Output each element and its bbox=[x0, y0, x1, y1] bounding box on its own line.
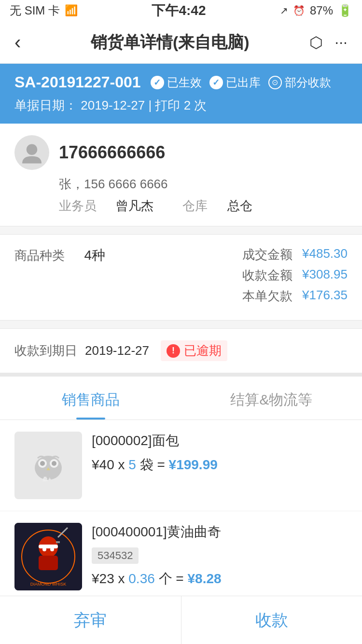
product-info-2: [000400001]黄油曲奇 534532 ¥23 x 0.36 个 = ¥8… bbox=[92, 523, 348, 588]
customer-contact: 张，156 6666 6666 bbox=[59, 176, 348, 193]
eq-2: = bbox=[176, 571, 187, 586]
confirm-button[interactable]: 收款 bbox=[181, 596, 362, 644]
debt-label: 本单欠款 bbox=[242, 288, 292, 305]
product-image-2: DIAMOND WHISK bbox=[14, 523, 82, 590]
debt-line: 本单欠款 ¥176.35 bbox=[242, 288, 348, 305]
warehouse-value: 总仓 bbox=[227, 198, 252, 213]
warehouse-meta: 仓库 总仓 bbox=[182, 197, 252, 214]
svg-point-0 bbox=[27, 144, 38, 155]
received-value: ¥308.95 bbox=[302, 267, 348, 284]
table-row: 鼎 + [0000002]面包 ¥40 x 5 袋 = ¥199.99 bbox=[0, 420, 362, 511]
share-icon[interactable]: ⬡ bbox=[309, 33, 323, 52]
sales-space bbox=[100, 198, 112, 213]
svg-point-5 bbox=[52, 461, 56, 466]
debt-value: ¥176.35 bbox=[302, 288, 348, 305]
svg-text:DIAMOND WHISK: DIAMOND WHISK bbox=[30, 582, 67, 587]
date-label: 单据日期： bbox=[14, 98, 77, 112]
warehouse-space bbox=[211, 198, 224, 213]
due-label: 收款到期日 bbox=[14, 342, 77, 359]
product-price-2: ¥23 x 0.36 个 = ¥8.28 bbox=[92, 570, 348, 588]
received-label: 收款金额 bbox=[242, 267, 292, 284]
product-sku-2: 534532 bbox=[92, 547, 139, 564]
unit-1: 袋 bbox=[140, 457, 153, 472]
unit-2: 个 bbox=[159, 571, 172, 586]
total-2: ¥8.28 bbox=[187, 571, 221, 586]
price-sep-2: x bbox=[118, 571, 129, 586]
overdue-icon: ! bbox=[167, 344, 180, 358]
received-line: 收款金额 ¥308.95 bbox=[242, 267, 348, 284]
badge-partial: ⊙ 部分收款 bbox=[268, 75, 331, 90]
bottom-bar: 弃审 收款 bbox=[0, 596, 362, 644]
eq-1: = bbox=[157, 457, 168, 472]
product-image-1: 鼎 + bbox=[14, 432, 82, 499]
print-suffix: 次 bbox=[194, 98, 207, 112]
category-label: 商品种类 bbox=[14, 248, 65, 263]
warehouse-label: 仓库 bbox=[182, 198, 208, 213]
alarm-icon: ⏰ bbox=[293, 5, 305, 16]
due-date: 2019-12-27 bbox=[85, 343, 149, 358]
cancel-button[interactable]: 弃审 bbox=[0, 596, 181, 644]
product-price-1: ¥40 x 5 袋 = ¥199.99 bbox=[92, 456, 348, 474]
product-list: 鼎 + [0000002]面包 ¥40 x 5 袋 = ¥199.99 bbox=[0, 420, 362, 602]
status-badges: ✓ 已生效 ✓ 已出库 ⊙ 部分收款 bbox=[151, 75, 331, 90]
qty-1: 5 bbox=[128, 457, 136, 472]
status-bar: 无 SIM 卡 📶 下午4:42 ↗ ⏰ 87% 🔋 bbox=[0, 0, 362, 21]
carrier-text: 无 SIM 卡 bbox=[10, 3, 60, 18]
nav-bar: ‹ 销货单详情(来自电脑) ⬡ ··· bbox=[0, 21, 362, 64]
svg-rect-13 bbox=[39, 545, 58, 548]
product-name-1: [0000002]面包 bbox=[92, 432, 348, 450]
tabs-section: 销售商品 结算&物流等 bbox=[0, 377, 362, 420]
back-button[interactable]: ‹ bbox=[14, 31, 21, 53]
category-space bbox=[68, 248, 81, 263]
category-value: 4种 bbox=[84, 248, 105, 263]
overdue-badge: ! 已逾期 bbox=[161, 340, 227, 361]
badge-effective: ✓ 已生效 bbox=[151, 75, 202, 90]
qty-2: 0.36 bbox=[128, 571, 155, 586]
svg-point-15 bbox=[50, 547, 54, 551]
tab-sales-products[interactable]: 销售商品 bbox=[0, 377, 181, 420]
order-id: SA-20191227-001 bbox=[14, 73, 141, 91]
battery-icon: 🔋 bbox=[338, 4, 352, 17]
due-section: 收款到期日 2019-12-27 ! 已逾期 bbox=[0, 328, 362, 377]
battery-text: 87% bbox=[310, 4, 333, 17]
amount-line: 成交金额 ¥485.30 bbox=[242, 246, 348, 263]
status-left: 无 SIM 卡 📶 bbox=[10, 3, 78, 18]
price-2: ¥23 bbox=[92, 571, 114, 586]
amount-label: 成交金额 bbox=[242, 246, 292, 263]
badge-shipped-label: 已出库 bbox=[226, 75, 261, 90]
table-row: DIAMOND WHISK [000400001]黄油曲奇 534532 ¥23… bbox=[0, 511, 362, 602]
clock-icon: ⊙ bbox=[268, 76, 282, 89]
overdue-text: 已逾期 bbox=[184, 342, 222, 359]
print-count: 2 bbox=[184, 98, 191, 112]
print-label: 打印 bbox=[155, 98, 180, 112]
more-icon[interactable]: ··· bbox=[334, 33, 348, 51]
tab-settlement[interactable]: 结算&物流等 bbox=[181, 377, 362, 420]
order-header: SA-20191227-001 ✓ 已生效 ✓ 已出库 ⊙ 部分收款 单据日期：… bbox=[0, 64, 362, 124]
check-icon-2: ✓ bbox=[209, 76, 223, 89]
order-date: 单据日期： 2019-12-27 | 打印 2 次 bbox=[14, 97, 348, 114]
svg-point-4 bbox=[40, 461, 45, 466]
customer-name: 17666666666 bbox=[59, 142, 165, 163]
svg-text:+: + bbox=[48, 476, 51, 482]
sales-meta: 业务员 曾凡杰 bbox=[59, 197, 153, 214]
product-placeholder-1: 鼎 + bbox=[14, 432, 82, 499]
total-1: ¥199.99 bbox=[169, 457, 218, 472]
product-info-1: [0000002]面包 ¥40 x 5 袋 = ¥199.99 bbox=[92, 432, 348, 474]
avatar bbox=[14, 135, 49, 170]
customer-section: 17666666666 张，156 6666 6666 业务员 曾凡杰 仓库 总… bbox=[0, 124, 362, 226]
amount-value: ¥485.30 bbox=[302, 246, 348, 263]
sales-label: 业务员 bbox=[59, 198, 97, 213]
customer-meta: 业务员 曾凡杰 仓库 总仓 bbox=[59, 197, 348, 214]
nav-actions: ⬡ ··· bbox=[309, 33, 348, 52]
page-title: 销货单详情(来自电脑) bbox=[30, 31, 309, 54]
status-right: ↗ ⏰ 87% 🔋 bbox=[280, 4, 352, 17]
date-value: 2019-12-27 bbox=[81, 98, 145, 112]
product-name-2: [000400001]黄油曲奇 bbox=[92, 523, 348, 541]
svg-point-14 bbox=[42, 547, 46, 551]
stats-right: 成交金额 ¥485.30 收款金额 ¥308.95 本单欠款 ¥176.35 bbox=[242, 246, 348, 308]
badge-effective-label: 已生效 bbox=[167, 75, 202, 90]
print-separator: | bbox=[148, 98, 155, 112]
svg-rect-17 bbox=[56, 541, 60, 543]
svg-text:鼎: 鼎 bbox=[42, 476, 47, 482]
sales-value: 曾凡杰 bbox=[116, 198, 153, 213]
